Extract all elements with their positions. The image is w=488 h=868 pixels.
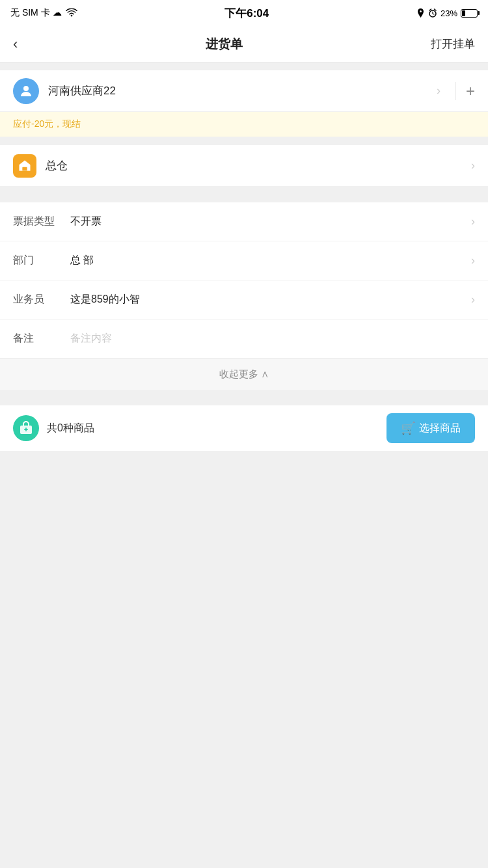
department-row[interactable]: 部门 总 部 › [0,241,488,280]
alarm-icon [428,8,437,18]
supplier-avatar [13,78,39,104]
cart-icon: 🛒 [401,421,415,435]
select-product-button[interactable]: 🛒 选择商品 [386,413,475,443]
status-right: 23% [416,8,478,18]
invoice-chevron-icon: › [471,215,475,228]
supplier-name: 河南供应商22 [48,83,437,98]
product-count: 共0种商品 [47,422,386,435]
salesperson-row[interactable]: 业务员 这是859的小智 › [0,280,488,319]
form-section: 票据类型 不开票 › 部门 总 部 › 业务员 这是859的小智 › 备注 备注… [0,202,488,390]
section-gap-2 [0,137,488,145]
battery-percent: 23% [441,8,457,18]
department-label: 部门 [13,254,65,267]
salesperson-value: 这是859的小智 [65,293,471,306]
back-button[interactable]: ‹ [13,36,18,53]
invoice-type-value: 不开票 [65,215,471,228]
supplier-section: 河南供应商22 › + 应付-20元，现结 [0,70,488,137]
department-value: 总 部 [65,254,471,267]
collapse-button[interactable]: 收起更多 ∧ [0,359,488,390]
notice-bar: 应付-20元，现结 [0,112,488,137]
warehouse-row[interactable]: 总仓 › [0,145,488,187]
wifi-icon [66,8,77,18]
bottom-bar: 共0种商品 🛒 选择商品 [0,405,488,451]
status-time: 下午6:04 [224,6,269,21]
invoice-type-label: 票据类型 [13,215,65,228]
select-product-label: 选择商品 [419,422,461,435]
svg-point-2 [23,86,29,91]
status-bar: 无 SIM 卡 ☁ 下午6:04 23% [0,0,488,26]
remark-row[interactable]: 备注 备注内容 [0,319,488,359]
warehouse-chevron-icon: › [471,159,475,172]
add-supplier-button[interactable]: + [466,82,475,100]
nav-bar: ‹ 进货单 打开挂单 [0,26,488,62]
notice-text: 应付-20元，现结 [13,118,81,129]
supplier-chevron-icon: › [437,84,441,98]
battery-icon [461,9,478,18]
remark-label: 备注 [13,332,65,346]
svg-rect-3 [22,167,27,170]
collapse-label: 收起更多 ∧ [219,368,269,379]
vertical-divider [455,82,455,100]
invoice-type-row[interactable]: 票据类型 不开票 › [0,202,488,241]
open-pending-button[interactable]: 打开挂单 [431,36,475,51]
salesperson-label: 业务员 [13,293,65,306]
remark-input[interactable]: 备注内容 [65,332,475,346]
location-icon [416,8,425,18]
signal-text: 无 SIM 卡 ☁ [10,7,62,19]
section-gap-4 [0,390,488,398]
section-gap-1 [0,62,488,70]
section-gap-3 [0,187,488,195]
page-title: 进货单 [206,36,243,53]
department-chevron-icon: › [471,254,475,267]
svg-point-0 [420,10,422,12]
product-icon [13,415,39,441]
warehouse-name: 总仓 [46,158,471,173]
warehouse-icon [13,154,36,178]
status-left: 无 SIM 卡 ☁ [10,7,77,19]
supplier-row[interactable]: 河南供应商22 › + [0,70,488,112]
salesperson-chevron-icon: › [471,293,475,306]
